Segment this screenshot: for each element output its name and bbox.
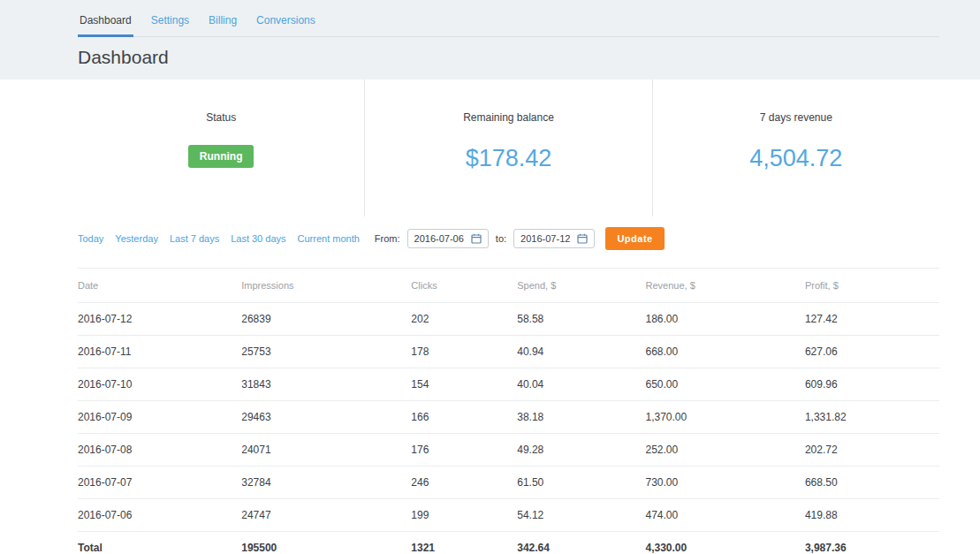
stat-7-days-revenue-value: 4,504.72 [653, 145, 939, 172]
table-row: 2016-07-073278424661.50730.00668.50 [78, 467, 939, 499]
table-cell: 127.42 [805, 303, 939, 336]
tab-conversions[interactable]: Conversions [254, 12, 317, 37]
tab-bar: Dashboard Settings Billing Conversions [78, 12, 939, 37]
page-title: Dashboard [78, 47, 939, 68]
column-header-clicks: Clicks [411, 269, 517, 303]
table-cell: 627.06 [805, 336, 939, 368]
table-row: 2016-07-082407117649.28252.00202.72 [78, 434, 939, 467]
table-cell: 609.96 [805, 368, 939, 401]
table-total-row: Total1955001321342.644,330.003,987.36 [78, 532, 939, 554]
tab-dashboard[interactable]: Dashboard [78, 12, 133, 37]
table-cell: 186.00 [646, 303, 805, 336]
table-cell: 668.00 [646, 336, 805, 368]
stat-7-days-revenue-label: 7 days revenue [653, 111, 939, 124]
table-cell: 1,331.82 [805, 401, 939, 434]
table-row: 2016-07-092946316638.181,370.001,331.82 [78, 401, 939, 434]
table-cell: 176 [411, 434, 517, 467]
table-cell: 1321 [411, 532, 517, 554]
table-cell: 2016-07-09 [78, 401, 241, 434]
table-cell: 246 [411, 467, 517, 499]
column-header-revenue: Revenue, $ [646, 269, 805, 303]
page: Dashboard Settings Billing Conversions D… [0, 0, 980, 554]
table-cell: 668.50 [805, 467, 939, 499]
table-cell: 32784 [241, 467, 411, 499]
table-cell: 730.00 [646, 467, 805, 499]
table-cell: 2016-07-10 [78, 368, 241, 401]
quick-filter-last-30-days[interactable]: Last 30 days [231, 233, 285, 244]
table-cell: 38.18 [517, 401, 645, 434]
table-cell: 2016-07-06 [78, 499, 241, 532]
stat-status: Status Running [78, 80, 364, 216]
table-row: 2016-07-112575317840.94668.00627.06 [78, 336, 939, 368]
from-date-value: 2016-07-06 [414, 233, 464, 244]
stat-remaining-balance-value: $178.42 [365, 145, 651, 172]
table-cell: 166 [411, 401, 517, 434]
quick-filter-last-7-days[interactable]: Last 7 days [170, 233, 219, 244]
main-content: Status Running Remaining balance $178.42… [0, 80, 980, 554]
table-cell: 199 [411, 499, 517, 532]
table-row: 2016-07-103184315440.04650.00609.96 [78, 368, 939, 401]
table-cell: 1,370.00 [646, 401, 805, 434]
update-button[interactable]: Update [605, 227, 664, 250]
table-cell: 3,987.36 [805, 532, 939, 554]
stats-table: Date Impressions Clicks Spend, $ Revenue… [78, 268, 939, 554]
table-cell: 25753 [241, 336, 411, 368]
filter-bar: Today Yesterday Last 7 days Last 30 days… [78, 227, 939, 250]
table-cell: 4,330.00 [646, 532, 805, 554]
column-header-date: Date [78, 269, 241, 303]
stat-status-label: Status [78, 111, 364, 124]
to-date-value: 2016-07-12 [520, 233, 570, 244]
table-body: 2016-07-122683920258.58186.00127.422016-… [78, 303, 939, 554]
table-cell: 195500 [241, 532, 411, 554]
table-cell: 58.58 [517, 303, 645, 336]
table-cell: 154 [411, 368, 517, 401]
table-cell: 202.72 [805, 434, 939, 467]
table-cell: 40.04 [517, 368, 645, 401]
table-cell: 49.28 [517, 434, 645, 467]
table-header-row: Date Impressions Clicks Spend, $ Revenue… [78, 269, 939, 303]
table-cell: 2016-07-12 [78, 303, 241, 336]
table-cell: 2016-07-11 [78, 336, 241, 368]
quick-filter-today[interactable]: Today [78, 233, 103, 244]
table-cell: 2016-07-07 [78, 467, 241, 499]
to-label: to: [496, 233, 506, 244]
tab-billing[interactable]: Billing [207, 12, 239, 37]
table-cell: 178 [411, 336, 517, 368]
calendar-icon [577, 233, 588, 244]
table-cell: 31843 [241, 368, 411, 401]
column-header-profit: Profit, $ [805, 269, 939, 303]
from-label: From: [375, 233, 400, 244]
table-row: 2016-07-062474719954.12474.00419.88 [78, 499, 939, 532]
table-cell: 202 [411, 303, 517, 336]
table-cell: 29463 [241, 401, 411, 434]
stats-row: Status Running Remaining balance $178.42… [78, 80, 939, 216]
table-cell: 342.64 [517, 532, 645, 554]
table-cell: 40.94 [517, 336, 645, 368]
table-cell: 54.12 [517, 499, 645, 532]
table-cell: 26839 [241, 303, 411, 336]
table-cell: 474.00 [646, 499, 805, 532]
calendar-icon [471, 233, 482, 244]
table-cell: Total [78, 532, 241, 554]
from-date-input[interactable]: 2016-07-06 [407, 229, 489, 248]
stat-remaining-balance: Remaining balance $178.42 [364, 80, 651, 216]
table-cell: 419.88 [805, 499, 939, 532]
to-date-input[interactable]: 2016-07-12 [513, 229, 595, 248]
table-cell: 650.00 [646, 368, 805, 401]
column-header-spend: Spend, $ [517, 269, 645, 303]
table-cell: 61.50 [517, 467, 645, 499]
table-cell: 252.00 [646, 434, 805, 467]
tab-settings[interactable]: Settings [149, 12, 191, 37]
table-cell: 2016-07-08 [78, 434, 241, 467]
header: Dashboard Settings Billing Conversions D… [0, 0, 980, 80]
stat-remaining-balance-label: Remaining balance [365, 111, 651, 124]
quick-filter-current-month[interactable]: Current month [298, 233, 360, 244]
table-cell: 24071 [241, 434, 411, 467]
status-badge: Running [188, 145, 254, 168]
stat-7-days-revenue: 7 days revenue 4,504.72 [652, 80, 939, 216]
table-row: 2016-07-122683920258.58186.00127.42 [78, 303, 939, 336]
table-cell: 24747 [241, 499, 411, 532]
column-header-impressions: Impressions [241, 269, 411, 303]
quick-filter-yesterday[interactable]: Yesterday [115, 233, 158, 244]
